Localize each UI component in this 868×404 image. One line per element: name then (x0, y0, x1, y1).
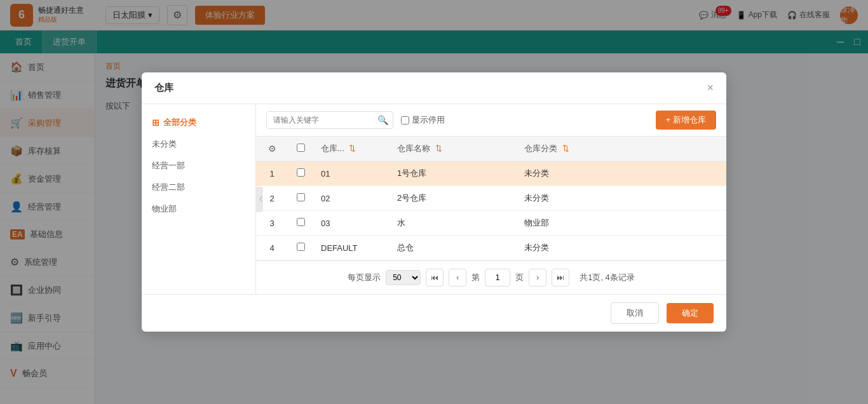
th-category-label: 仓库分类 (524, 144, 557, 153)
modal-body: 《 ⊞ 全部分类 未分类 经营一部 经营二部 物业部 (142, 104, 726, 294)
category-item-all[interactable]: ⊞ 全部分类 (142, 112, 255, 133)
cancel-button[interactable]: 取消 (611, 302, 659, 324)
row-code: 03 (313, 211, 390, 236)
row-name: 1号仓库 (390, 161, 517, 186)
show-disabled-checkbox[interactable] (401, 116, 409, 125)
category-sort-icon[interactable]: ⇅ (562, 144, 569, 153)
row-checkbox-cell (288, 236, 313, 260)
category-property-label: 物业部 (152, 203, 177, 215)
warehouse-table: ⚙ 仓库... ⇅ 仓库名称 (256, 137, 726, 260)
row-checkbox[interactable] (297, 168, 305, 177)
settings-col-icon[interactable]: ⚙ (268, 144, 276, 154)
page-size-select[interactable]: 50 10 20 100 (386, 270, 421, 285)
first-page-button[interactable]: ⏮ (426, 269, 444, 286)
modal-header: 仓库 × (142, 72, 726, 104)
row-index: 4 (256, 236, 288, 260)
th-code: 仓库... ⇅ (313, 137, 390, 161)
search-icon[interactable]: 🔍 (377, 115, 388, 125)
page-word: 页 (515, 272, 524, 283)
row-index: 1 (256, 161, 288, 186)
data-table: ⚙ 仓库... ⇅ 仓库名称 (256, 137, 726, 260)
category-ops2-label: 经营二部 (152, 182, 185, 193)
show-disabled-label: 显示停用 (412, 114, 445, 126)
row-name: 2号仓库 (390, 186, 517, 211)
category-item-ops2[interactable]: 经营二部 (142, 177, 255, 198)
row-name: 水 (390, 211, 517, 236)
row-code: 02 (313, 186, 390, 211)
table-area: 🔍 显示停用 + 新增仓库 ⚙ (256, 104, 726, 294)
th-checkbox (288, 137, 313, 161)
row-checkbox[interactable] (297, 218, 305, 226)
table-row[interactable]: 4 DEFAULT 总仓 未分类 (256, 236, 726, 260)
modal-title: 仓库 (154, 82, 173, 94)
code-sort-icon[interactable]: ⇅ (349, 144, 356, 153)
last-page-button[interactable]: ⏭ (552, 269, 569, 286)
row-code: 01 (313, 161, 390, 186)
prev-page-button[interactable]: ‹ (449, 269, 466, 286)
modal-footer: 取消 确定 (142, 294, 726, 332)
th-name-label: 仓库名称 (397, 144, 430, 153)
row-code: DEFAULT (313, 236, 390, 260)
next-page-button[interactable]: › (529, 269, 546, 286)
search-input-wrap: 🔍 (266, 111, 393, 129)
category-unclassified-label: 未分类 (152, 138, 177, 150)
table-row[interactable]: 3 03 水 物业部 (256, 211, 726, 236)
row-category: 未分类 (517, 161, 726, 186)
name-sort-icon[interactable]: ⇅ (435, 144, 442, 153)
pagination: 每页显示 50 10 20 100 ⏮ ‹ 第 页 › ⏭ 共1页, 4条记录 (256, 260, 726, 294)
category-ops1-label: 经营一部 (152, 160, 185, 172)
row-checkbox-cell (288, 211, 313, 236)
table-header-row: ⚙ 仓库... ⇅ 仓库名称 (256, 137, 726, 161)
th-category: 仓库分类 ⇅ (517, 137, 726, 161)
warehouse-modal: 仓库 × 《 ⊞ 全部分类 未分类 经营一部 经营二部 (142, 72, 726, 332)
category-sidebar: 《 ⊞ 全部分类 未分类 经营一部 经营二部 物业部 (142, 104, 256, 294)
th-name: 仓库名称 ⇅ (390, 137, 517, 161)
category-item-unclassified[interactable]: 未分类 (142, 133, 255, 155)
confirm-button[interactable]: 确定 (667, 303, 714, 323)
table-row[interactable]: 1 01 1号仓库 未分类 (256, 161, 726, 186)
table-row[interactable]: 2 02 2号仓库 未分类 (256, 186, 726, 211)
row-category: 未分类 (517, 236, 726, 260)
row-checkbox[interactable] (297, 193, 305, 201)
category-all-label: 全部分类 (163, 117, 196, 128)
total-info: 共1页, 4条记录 (580, 272, 635, 283)
show-disabled-checkbox-label[interactable]: 显示停用 (401, 114, 445, 126)
row-index: 3 (256, 211, 288, 236)
row-checkbox[interactable] (297, 243, 305, 251)
modal-overlay[interactable]: 仓库 × 《 ⊞ 全部分类 未分类 经营一部 经营二部 (0, 0, 868, 404)
row-checkbox-cell (288, 161, 313, 186)
th-gear: ⚙ (256, 137, 288, 161)
search-input[interactable] (266, 111, 393, 129)
row-name: 总仓 (390, 236, 517, 260)
row-category: 物业部 (517, 211, 726, 236)
category-item-ops1[interactable]: 经营一部 (142, 155, 255, 177)
page-word-before: 第 (471, 272, 480, 283)
table-toolbar: 🔍 显示停用 + 新增仓库 (256, 104, 726, 137)
category-item-property[interactable]: 物业部 (142, 198, 255, 220)
th-code-label: 仓库... (321, 144, 344, 153)
row-category: 未分类 (517, 186, 726, 211)
page-number-input[interactable] (485, 269, 510, 286)
add-warehouse-button[interactable]: + 新增仓库 (656, 111, 716, 130)
row-checkbox-cell (288, 186, 313, 211)
select-all-checkbox[interactable] (297, 144, 305, 152)
grid-icon: ⊞ (152, 118, 159, 128)
modal-close-button[interactable]: × (707, 81, 714, 95)
category-collapse-button[interactable]: 《 (255, 187, 263, 212)
page-size-label: 每页显示 (348, 272, 381, 283)
